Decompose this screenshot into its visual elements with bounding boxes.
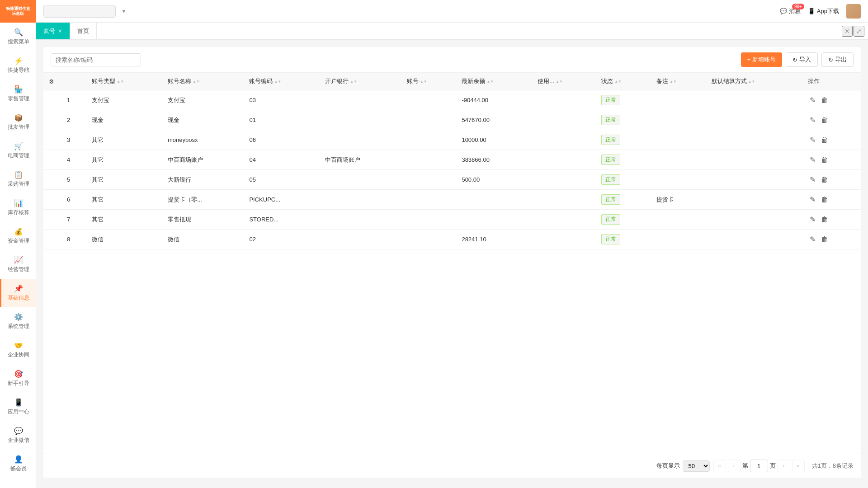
edit-button-8[interactable]: ✎ [808,234,817,244]
tab-close-account[interactable]: ✕ [58,28,62,34]
message-button[interactable]: 💬 消息 99+ [780,7,801,15]
cell-latest-balance-1: -90444.00 [456,90,532,110]
cell-bank-7 [320,210,401,230]
cell-num-6: 6 [61,190,86,210]
add-account-button[interactable]: + 新增账号 [741,52,782,67]
prev-page-button[interactable]: ‹ [728,460,741,472]
delete-button-3[interactable]: 🗑 [819,135,830,145]
tab-home[interactable]: 首页 [70,23,97,39]
th-usage[interactable]: 使用...▲▼ [532,73,596,90]
cell-account-no-5 [401,170,457,190]
delete-button-4[interactable]: 🗑 [819,155,830,165]
cell-default-settlement-4 [706,150,803,170]
first-page-button[interactable]: « [713,460,726,472]
th-account-type[interactable]: 账号类型▲▼ [86,73,162,90]
sidebar-icon-operations-mgmt: 📈 [14,256,23,264]
sidebar-item-new-guide[interactable]: 🎯新手引导 [0,364,36,393]
sidebar-item-app-center[interactable]: 📱应用中心 [0,393,36,421]
sidebar-item-purchase-mgmt[interactable]: 📋采购管理 [0,165,36,193]
th-account-code[interactable]: 账号编码▲▼ [244,73,320,90]
cell-account-code-6: PICKUPC... [244,190,320,210]
cell-bank-1 [320,90,401,110]
cell-actions-3: ✎ 🗑 [802,130,861,150]
th-account-name[interactable]: 账号名称▲▼ [162,73,244,90]
avatar[interactable] [846,4,861,19]
th-default-settlement[interactable]: 默认结算方式▲▼ [706,73,803,90]
delete-button-2[interactable]: 🗑 [819,115,830,125]
edit-button-5[interactable]: ✎ [808,174,817,185]
data-table: ⚙ 账号类型▲▼ 账号名称▲▼ 账号编码▲▼ 开户银行▲▼ 账号▲▼ 最新余额▲… [43,73,861,249]
sidebar-item-inventory-calc[interactable]: 📊库存核算 [0,193,36,222]
import-button[interactable]: ↻ 导入 [786,52,818,67]
cell-latest-balance-6 [456,190,532,210]
delete-button-5[interactable]: 🗑 [819,175,830,185]
cell-account-name-4: 中百商场账户 [162,150,244,170]
sidebar-item-search-menu[interactable]: 🔍搜索菜单 [0,23,36,51]
cell-latest-balance-2: 547670.00 [456,110,532,130]
cell-default-settlement-8 [706,230,803,249]
page-suffix: 页 [770,462,776,470]
th-settings[interactable]: ⚙ [43,73,61,90]
delete-button-7[interactable]: 🗑 [819,215,830,225]
cell-usage-1 [532,90,596,110]
sidebar-icon-quick-nav: ⚡ [14,56,23,65]
sidebar-item-operations-mgmt[interactable]: 📈经营管理 [0,250,36,279]
search-input[interactable] [51,54,136,66]
status-badge-2: 正常 [601,115,620,125]
cell-account-name-3: moneybosx [162,130,244,150]
total-info: 共1页，8条记录 [812,462,854,470]
edit-button-2[interactable]: ✎ [808,115,817,125]
th-remarks[interactable]: 备注▲▼ [651,73,706,90]
tab-label-account: 账号 [43,27,55,35]
sidebar-item-capital-mgmt[interactable]: 💰资金管理 [0,222,36,250]
sidebar-item-quick-nav[interactable]: ⚡快捷导航 [0,51,36,80]
status-badge-3: 正常 [601,135,620,145]
cell-account-no-7 [401,210,457,230]
cell-status-7: 正常 [596,210,651,230]
sidebar-item-member[interactable]: 👤畅会员 [0,450,36,478]
edit-button-1[interactable]: ✎ [808,95,817,105]
tab-account[interactable]: 账号✕ [36,23,70,39]
delete-button-6[interactable]: 🗑 [819,195,830,205]
maximize-tab-button[interactable]: ⤢ [854,26,864,37]
delete-button-1[interactable]: 🗑 [819,95,830,105]
th-status[interactable]: 状态▲▼ [596,73,651,90]
search-button[interactable]: 🔍 [136,54,141,66]
sidebar-item-system-mgmt[interactable]: ⚙️系统管理 [0,307,36,336]
edit-button-6[interactable]: ✎ [808,194,817,205]
sidebar-item-ecommerce-mgmt[interactable]: 🛒电商管理 [0,136,36,165]
edit-button-7[interactable]: ✎ [808,214,817,225]
sidebar-item-retail-mgmt[interactable]: 🏪零售管理 [0,80,36,108]
sidebar-label-quick-nav: 快捷导航 [8,66,29,74]
th-bank[interactable]: 开户银行▲▼ [320,73,401,90]
edit-button-3[interactable]: ✎ [808,135,817,145]
export-button[interactable]: ↻ 导出 [821,52,854,67]
sidebar-icon-new-guide: 🎯 [14,370,23,378]
cell-settings-5 [43,170,61,190]
sidebar-label-new-guide: 新手引导 [8,380,29,387]
sidebar-item-basic-info[interactable]: 📌基础信息 [0,279,36,307]
edit-button-4[interactable]: ✎ [808,155,817,165]
sidebar-icon-inventory-calc: 📊 [14,199,23,207]
cell-num-5: 5 [61,170,86,190]
sidebar-item-enterprise-wechat[interactable]: 💬企业微信 [0,421,36,450]
message-icon: 💬 [780,8,787,14]
toolbar-right: + 新增账号 ↻ 导入 ↻ 导出 [741,52,854,67]
app-download-button[interactable]: 📱 App下载 [808,7,839,15]
cell-account-no-1 [401,90,457,110]
th-account-no[interactable]: 账号▲▼ [401,73,457,90]
next-page-button[interactable]: › [778,460,790,472]
page-number-input[interactable] [750,460,768,472]
top-search-input[interactable] [43,5,116,18]
sidebar-item-enterprise-agreement[interactable]: 🤝企业协同 [0,336,36,364]
delete-button-8[interactable]: 🗑 [819,235,830,244]
last-page-button[interactable]: » [792,460,805,472]
cell-account-code-7: STORED... [244,210,320,230]
sidebar-icon-enterprise-wechat: 💬 [14,427,23,435]
th-latest-balance[interactable]: 最新余额▲▼ [456,73,532,90]
close-tab-button[interactable]: ✕ [842,26,853,37]
status-badge-7: 正常 [601,214,620,225]
sidebar-item-wholesale-mgmt[interactable]: 📦批发管理 [0,108,36,136]
page-size-dropdown[interactable]: 50 20 100 [683,460,710,472]
sidebar-label-enterprise-agreement: 企业协同 [8,351,29,359]
